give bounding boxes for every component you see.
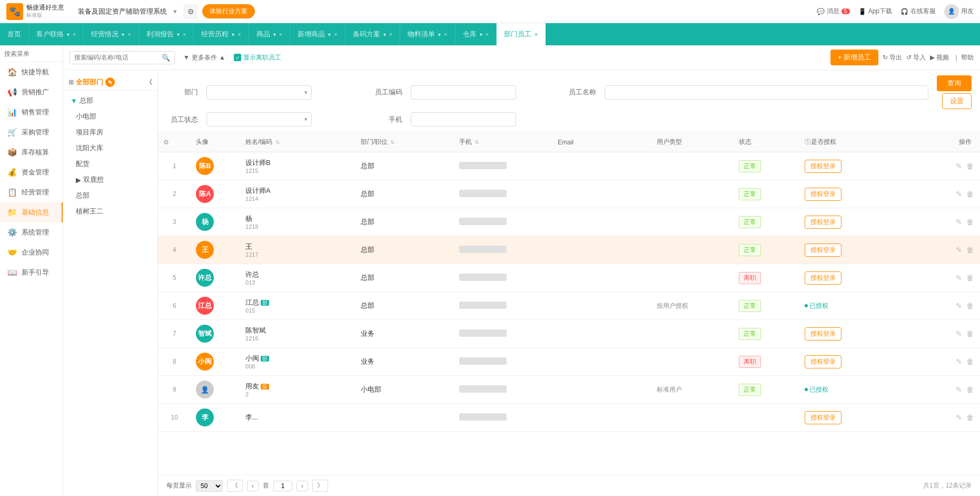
show-resigned-checkbox[interactable]: ✓ — [234, 54, 241, 61]
logo-icon: 🐾 — [6, 3, 23, 20]
tab-profit[interactable]: 利润报告▾× — [139, 23, 194, 45]
tab-bom[interactable]: 物料清单▾× — [400, 23, 455, 45]
tab-customer[interactable]: 客户联络▾× — [29, 23, 84, 45]
page-input[interactable] — [273, 481, 292, 491]
delete-icon[interactable]: 🗑 — [966, 413, 974, 422]
auth-login-button[interactable]: 授权登录 — [805, 216, 842, 229]
sidebar-item-guide[interactable]: 📖 新手引导 — [0, 262, 63, 283]
delete-icon[interactable]: 🗑 — [966, 302, 974, 310]
edit-icon[interactable]: ✎ — [956, 329, 962, 338]
sidebar-item-marketing[interactable]: 📢 营销推广 — [0, 82, 63, 102]
dept-item-xiaodibu[interactable]: 小电部 — [63, 109, 157, 124]
usertype-cell — [651, 264, 734, 292]
sidebar-item-system[interactable]: ⚙️ 系统管理 — [0, 222, 63, 242]
import-button[interactable]: ↺ 导入 — [906, 53, 926, 62]
delete-icon[interactable]: 🗑 — [966, 190, 974, 198]
export-button[interactable]: ↻ 导出 — [883, 53, 902, 62]
show-resigned-toggle[interactable]: ✓ 显示离职员工 — [234, 53, 281, 62]
edit-icon[interactable]: ✎ — [956, 274, 962, 282]
delete-icon[interactable]: 🗑 — [966, 385, 974, 394]
prev-page-button[interactable]: ‹ — [247, 481, 259, 491]
last-page-button[interactable]: 》 — [312, 480, 328, 492]
dept-item-shenyang[interactable]: 沈阳大库 — [63, 140, 157, 156]
auth-login-button[interactable]: 授权登录 — [805, 160, 842, 173]
auth-login-button[interactable]: 授权登录 — [805, 271, 842, 285]
tab-barcode[interactable]: 条码方案▾× — [345, 23, 400, 45]
employee-name-input[interactable] — [605, 85, 928, 100]
user-action[interactable]: 👤 用友 — [944, 4, 974, 19]
tab-employee[interactable]: 部门员工× — [497, 23, 546, 45]
edit-icon[interactable]: ✎ — [956, 218, 962, 226]
auth-login-button[interactable]: 授权登录 — [805, 355, 842, 368]
phone-input[interactable] — [411, 112, 516, 127]
purchase-icon: 🛒 — [7, 128, 17, 137]
next-page-button[interactable]: › — [296, 481, 308, 491]
delete-icon[interactable]: 🗑 — [966, 162, 974, 170]
trial-button[interactable]: 体验行业方案 — [202, 4, 255, 18]
auth-login-button[interactable]: 授权登录 — [805, 244, 842, 257]
sidebar-item-business[interactable]: 📋 经营管理 — [0, 182, 63, 202]
query-button[interactable]: 查询 — [937, 75, 972, 91]
sidebar-item-quicknav[interactable]: 🏠 快捷导航 — [0, 62, 63, 82]
sidebar-item-sales[interactable]: 📊 销售管理 — [0, 102, 63, 122]
first-page-button[interactable]: 《 — [227, 480, 243, 492]
more-filter-button[interactable]: ▼ 更多条件 ▲ — [179, 51, 230, 64]
action-icons: ✎ 🗑 — [919, 413, 974, 422]
sidebar-item-finance[interactable]: 💰 资金管理 — [0, 162, 63, 182]
delete-icon[interactable]: 🗑 — [966, 218, 974, 226]
tab-customer-close[interactable]: × — [73, 31, 76, 37]
tab-history[interactable]: 经营历程▾× — [194, 23, 249, 45]
message-action[interactable]: 💬 消息 5 — [817, 7, 850, 16]
sidebar-item-inventory[interactable]: 📦 库存核算 — [0, 142, 63, 162]
table-row: 10 李 李... 授权登录 ✎ 🗑 — [158, 404, 980, 432]
dept-edit-icon[interactable]: ✎ — [105, 77, 115, 87]
dept-item-projroom[interactable]: 项目库房 — [63, 124, 157, 140]
online-service-action[interactable]: 🎧 在线客服 — [900, 7, 936, 16]
tab-add-goods[interactable]: 新增商品▾× — [290, 23, 345, 45]
delete-icon[interactable]: 🗑 — [966, 357, 974, 366]
edit-icon[interactable]: ✎ — [956, 385, 962, 394]
tab-warehouse[interactable]: 仓库▾× — [456, 23, 497, 45]
dept-item-shuanglu[interactable]: ▶ 双鹿想 — [63, 172, 157, 188]
table-settings-icon[interactable]: ⚙ — [163, 139, 169, 146]
sidebar-search-input[interactable] — [4, 50, 63, 57]
tab-employee-close[interactable]: × — [534, 31, 538, 37]
auth-info-icon[interactable]: ① — [805, 138, 811, 145]
auth-login-button[interactable]: 授权登录 — [805, 327, 842, 341]
dept-select[interactable] — [206, 85, 312, 100]
add-employee-button[interactable]: + 新增员工 — [830, 50, 878, 65]
dept-item-zhishu[interactable]: 植树王二 — [63, 203, 157, 219]
edit-icon[interactable]: ✎ — [956, 162, 962, 170]
delete-icon[interactable]: 🗑 — [966, 274, 974, 282]
auth-login-button[interactable]: 授权登录 — [805, 188, 842, 201]
view-button[interactable]: ▶ 视频 — [930, 53, 949, 62]
help-button[interactable]: ｜ 帮助 — [953, 53, 974, 62]
search-input[interactable] — [74, 54, 160, 61]
delete-icon[interactable]: 🗑 — [966, 246, 974, 254]
tab-home[interactable]: 首页 — [0, 23, 29, 45]
sidebar-item-purchase[interactable]: 🛒 采购管理 — [0, 122, 63, 142]
auth-login-button[interactable]: 授权登录 — [805, 411, 842, 424]
dept-item-head[interactable]: ▼ 总部 — [63, 93, 157, 109]
app-download-action[interactable]: 📱 App下载 — [858, 7, 892, 16]
sidebar-item-collab[interactable]: 🤝 企业协同 — [0, 242, 63, 262]
dept-collapse-icon[interactable]: 《 — [146, 78, 152, 87]
dept-item-zongbu[interactable]: 总部 — [63, 188, 157, 203]
marketing-icon: 📢 — [7, 87, 17, 97]
tab-operation[interactable]: 经营情况▾× — [84, 23, 138, 45]
edit-icon[interactable]: ✎ — [956, 246, 962, 254]
employee-code-input[interactable] — [411, 85, 516, 100]
settings-gear-icon[interactable]: ⚙ — [183, 4, 198, 19]
status-select[interactable] — [206, 112, 312, 127]
delete-icon[interactable]: 🗑 — [966, 329, 974, 338]
dept-item-peihuo[interactable]: 配货 — [63, 156, 157, 172]
per-page-select[interactable]: 50 100 200 — [196, 480, 223, 492]
tab-goods[interactable]: 商品▾× — [249, 23, 290, 45]
edit-icon[interactable]: ✎ — [956, 413, 962, 422]
edit-icon[interactable]: ✎ — [956, 302, 962, 310]
dropdown-arrow[interactable]: ▾ — [173, 7, 177, 15]
edit-icon[interactable]: ✎ — [956, 190, 962, 198]
sidebar-item-basic[interactable]: 📁 基础信息 — [0, 202, 63, 222]
set-button[interactable]: 设置 — [942, 93, 972, 109]
edit-icon[interactable]: ✎ — [956, 357, 962, 366]
